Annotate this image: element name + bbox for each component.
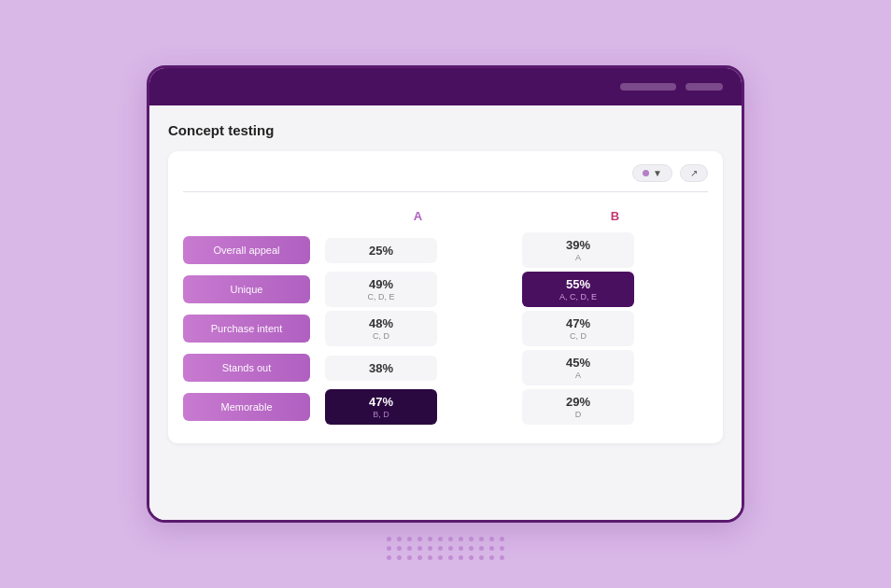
dots-row-3: [387, 555, 504, 560]
row-label: Overall appeal: [183, 236, 310, 264]
card-divider: [183, 191, 708, 192]
row-label: Memorable: [183, 393, 310, 421]
toolbar-btn-expand[interactable]: ↗: [680, 164, 708, 182]
cell-b: 47%C, D: [522, 311, 634, 346]
cell-b: 45%A: [522, 350, 634, 385]
data-table: A B Overall appeal25%39%AUnique49%C, D, …: [183, 205, 708, 428]
top-bar-pill-1: [620, 83, 676, 91]
cell-a: 47%B, D: [325, 389, 437, 425]
row-label: Purchase intent: [183, 315, 310, 343]
dots-decoration: [387, 537, 504, 560]
table-row: Unique49%C, D, E55%A, C, D, E: [183, 272, 708, 307]
table-row: Stands out38%45%A: [183, 350, 708, 385]
col-header-empty: [183, 209, 314, 229]
cell-a: 38%: [325, 356, 437, 381]
dots-row-2: [387, 546, 504, 551]
dots-row-1: [387, 537, 504, 541]
col-header-a: A: [325, 209, 511, 229]
device-content: Concept testing ▼ ↗ A: [149, 105, 742, 520]
row-label: Unique: [183, 275, 310, 303]
table-row: Overall appeal25%39%A: [183, 232, 708, 268]
cell-a: 48%C, D: [325, 311, 437, 346]
expand-label: ↗: [690, 168, 698, 178]
main-card: ▼ ↗ A B Overall appeal: [168, 151, 723, 443]
cell-b: 29%D: [522, 389, 634, 425]
col-header-b: B: [522, 209, 708, 229]
top-bar: [149, 68, 742, 105]
filter-icon: [643, 170, 649, 176]
table-row: Purchase intent48%C, D47%C, D: [183, 311, 708, 346]
toolbar-btn-filter[interactable]: ▼: [632, 164, 672, 182]
cell-a: 49%C, D, E: [325, 272, 437, 307]
table-row: Memorable47%B, D29%D: [183, 389, 708, 425]
cell-b: 39%A: [522, 232, 634, 268]
page-title: Concept testing: [168, 122, 723, 138]
device-frame: Concept testing ▼ ↗ A: [147, 65, 744, 523]
cell-a: 25%: [325, 238, 437, 263]
cell-b: 55%A, C, D, E: [522, 272, 634, 307]
card-toolbar: ▼ ↗: [183, 164, 708, 182]
filter-label: ▼: [653, 168, 662, 178]
row-label: Stands out: [183, 354, 310, 382]
top-bar-pill-2: [686, 83, 723, 91]
